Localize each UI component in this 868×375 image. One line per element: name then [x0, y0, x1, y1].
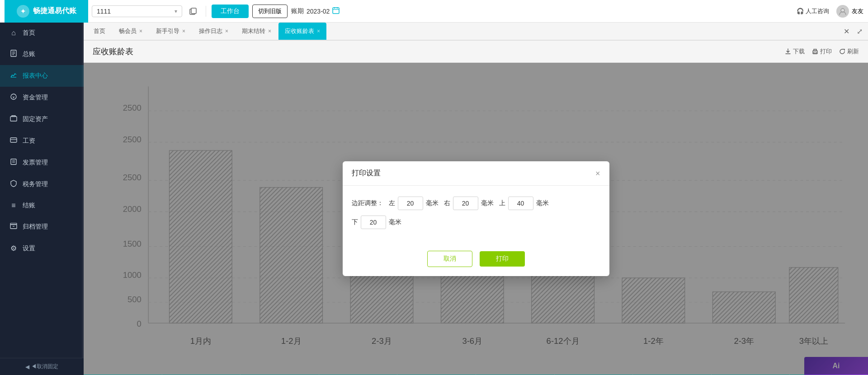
svg-rect-14: [10, 117, 17, 121]
sidebar-item-archive[interactable]: 归档管理: [0, 216, 84, 238]
sidebar-item-home[interactable]: ⌂ 首页: [0, 23, 84, 43]
margin-label: 边距调整：: [352, 199, 383, 207]
print-settings-modal: 打印设置 × 边距调整： 左 毫米: [343, 161, 609, 276]
margin-settings-row: 边距调整： 左 毫米 右 毫米: [352, 197, 600, 229]
collapse-label: ◀取消固定: [31, 363, 58, 370]
page-content: 应收账龄表 下载 打印: [84, 41, 868, 375]
period-value: 2023-02: [307, 8, 330, 15]
tab-guide[interactable]: 新手引导 ×: [150, 23, 192, 40]
tab-home[interactable]: 首页: [87, 23, 112, 40]
tab-close-icon[interactable]: ×: [182, 28, 185, 34]
close-all-tabs-icon[interactable]: ✕: [842, 25, 851, 38]
sidebar-item-assets[interactable]: 固定资产: [0, 108, 84, 130]
app-logo: ✦ 畅捷通易代账: [5, 0, 88, 23]
user-name: 友友: [852, 7, 863, 15]
company-selector[interactable]: 1111 ▾: [92, 5, 182, 17]
content-area: 首页 畅会员 × 新手引导 × 操作日志 × 期末结转 × 应收账龄表 ×: [84, 23, 868, 375]
company-name: 1111: [97, 8, 173, 15]
headset-icon: 🎧: [797, 8, 804, 14]
tab-close-icon[interactable]: ×: [225, 28, 228, 34]
sidebar-item-ledger[interactable]: 总账: [0, 43, 84, 65]
collapse-arrow-icon: ◀: [25, 364, 29, 370]
bottom-margin-input[interactable]: [361, 216, 386, 229]
tab-close-icon[interactable]: ×: [139, 28, 142, 34]
header-divider: [206, 6, 206, 17]
tab-member[interactable]: 畅会员 ×: [113, 23, 149, 40]
sidebar-item-settings[interactable]: ⚙ 设置: [0, 238, 84, 259]
user-area[interactable]: 友友: [836, 5, 863, 18]
svg-text:¥: ¥: [12, 95, 15, 99]
tab-label: 应收账龄表: [285, 27, 314, 35]
invoice-icon: [9, 158, 18, 167]
settings-icon: ⚙: [9, 244, 18, 253]
support-button[interactable]: 🎧 人工咨询: [797, 7, 829, 15]
top-unit-label: 毫米: [536, 199, 549, 207]
top-margin-input[interactable]: [508, 197, 533, 210]
right-margin-input[interactable]: [453, 197, 478, 210]
sidebar-item-settle[interactable]: ≡ 结账: [0, 195, 84, 216]
download-button[interactable]: 下载: [785, 47, 805, 56]
modal-overlay: 打印设置 × 边距调整： 左 毫米: [84, 63, 868, 375]
sidebar-item-label: 设置: [23, 244, 35, 253]
print-label: 打印: [820, 47, 832, 56]
svg-rect-17: [11, 159, 16, 164]
tab-oplog[interactable]: 操作日志 ×: [193, 23, 235, 40]
print-button[interactable]: 打印: [812, 47, 832, 56]
page-title-bar: 应收账龄表 下载 打印: [84, 41, 868, 63]
sidebar-collapse-button[interactable]: ◀ ◀取消固定: [0, 358, 84, 375]
sidebar: ⌂ 首页 总账 报表中心: [0, 23, 84, 375]
logo-text: 畅捷通易代账: [33, 6, 76, 16]
sidebar-item-label: 发票管理: [23, 159, 48, 167]
avatar: [836, 5, 849, 18]
refresh-label: 刷新: [847, 47, 859, 56]
sidebar-item-funds[interactable]: ¥ 资金管理: [0, 87, 84, 108]
home-icon: ⌂: [9, 29, 18, 37]
sidebar-item-tax[interactable]: 税务管理: [0, 173, 84, 195]
sidebar-item-label: 归档管理: [23, 223, 48, 231]
workbench-button[interactable]: 工作台: [212, 5, 249, 18]
logo-icon: ✦: [17, 5, 29, 18]
expand-window-icon[interactable]: ⤢: [855, 25, 864, 38]
sidebar-item-invoice[interactable]: 发票管理: [0, 152, 84, 173]
chart-area: 2500 2500 2500 2000 1500 1000 500 0: [84, 63, 868, 375]
left-unit-label: 毫米: [426, 199, 439, 207]
sidebar-item-label: 固定资产: [23, 115, 48, 123]
modal-close-button[interactable]: ×: [595, 169, 600, 178]
tab-yearend[interactable]: 期末结转 ×: [236, 23, 278, 40]
right-unit-label: 毫米: [481, 199, 494, 207]
page-actions: 下载 打印 刷新: [785, 47, 859, 56]
sidebar-item-label: 总账: [23, 50, 35, 58]
sidebar-item-label: 工资: [23, 137, 35, 145]
tab-aging[interactable]: 应收账龄表 ×: [278, 23, 326, 40]
svg-rect-24: [814, 52, 816, 53]
sidebar-item-salary[interactable]: 工资: [0, 130, 84, 152]
tab-close-icon[interactable]: ×: [317, 28, 320, 34]
calendar-icon[interactable]: [332, 7, 340, 15]
top-margin-group: 上 毫米: [499, 197, 549, 210]
settle-icon: ≡: [9, 202, 18, 210]
cancel-button[interactable]: 取消: [427, 251, 472, 267]
tabs-bar: 首页 畅会员 × 新手引导 × 操作日志 × 期末结转 × 应收账龄表 ×: [84, 23, 868, 41]
period-label: 账期: [291, 7, 304, 15]
assets-icon: [9, 115, 18, 124]
svg-rect-21: [10, 223, 17, 225]
modal-body: 边距调整： 左 毫米 右 毫米: [343, 186, 609, 251]
switch-version-button[interactable]: 切到旧版: [252, 5, 288, 18]
ledger-icon: [9, 50, 18, 59]
refresh-button[interactable]: 刷新: [839, 47, 859, 56]
left-margin-group: 左 毫米: [389, 197, 439, 210]
bottom-margin-group: 下 毫米: [352, 216, 401, 229]
copy-icon[interactable]: [186, 4, 200, 19]
tab-label: 操作日志: [199, 27, 222, 35]
support-label: 人工咨询: [806, 7, 829, 15]
modal-footer: 取消 打印: [343, 251, 609, 276]
tab-close-icon[interactable]: ×: [268, 28, 271, 34]
sidebar-item-reports[interactable]: 报表中心: [0, 65, 84, 87]
app-header: ✦ 畅捷通易代账 1111 ▾ 工作台 切到旧版 账期 2023-02 🎧: [0, 0, 868, 23]
sidebar-item-label: 资金管理: [23, 94, 48, 102]
dropdown-arrow-icon: ▾: [175, 8, 177, 14]
confirm-print-button[interactable]: 打印: [480, 251, 525, 267]
left-margin-input[interactable]: [398, 197, 423, 210]
page-title: 应收账龄表: [93, 46, 133, 57]
salary-icon: [9, 136, 18, 145]
